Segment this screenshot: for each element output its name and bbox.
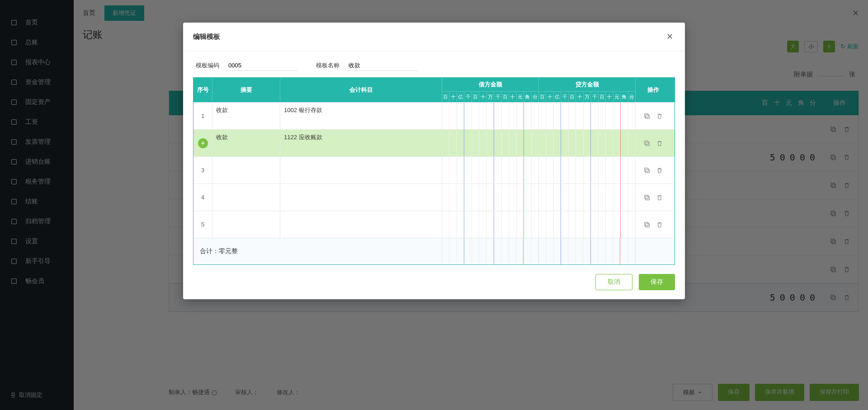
amount-cell[interactable] [599, 130, 606, 156]
amount-cell[interactable] [517, 130, 524, 156]
amount-cell[interactable] [620, 238, 627, 264]
amount-cell[interactable] [531, 238, 538, 264]
amount-cell[interactable] [606, 238, 613, 264]
delete-icon[interactable] [656, 140, 663, 147]
amount-cell[interactable] [561, 238, 568, 264]
amount-cell[interactable] [517, 103, 524, 129]
amount-cell[interactable] [457, 211, 464, 238]
amount-cell[interactable] [561, 103, 568, 129]
amount-cell[interactable] [509, 211, 516, 238]
amount-cell[interactable] [569, 157, 576, 184]
amount-cell[interactable] [524, 157, 531, 184]
amount-cell[interactable] [449, 184, 457, 211]
amount-cell[interactable] [502, 130, 509, 156]
amount-cell[interactable] [591, 157, 598, 184]
amount-cell[interactable] [509, 103, 516, 129]
amount-cell[interactable] [464, 157, 472, 184]
amount-cell[interactable] [457, 238, 464, 264]
amount-cell[interactable] [546, 130, 553, 156]
amount-cell[interactable] [449, 157, 457, 184]
amount-cell[interactable] [449, 130, 457, 156]
amount-cell[interactable] [583, 238, 590, 264]
amount-cell[interactable] [472, 184, 479, 211]
amount-cell[interactable] [457, 157, 464, 184]
amount-cell[interactable] [613, 238, 620, 264]
amount-cell[interactable] [442, 157, 449, 184]
amount-cell[interactable] [561, 211, 568, 238]
amount-cell[interactable] [584, 157, 591, 184]
amount-cell[interactable] [457, 130, 464, 156]
amount-cell[interactable] [479, 184, 486, 211]
amount-cell[interactable] [621, 130, 628, 156]
amount-cell[interactable] [584, 211, 591, 238]
amount-cell[interactable] [628, 103, 635, 129]
modal-close-icon[interactable]: ✕ [665, 30, 675, 43]
amount-cell[interactable] [494, 211, 501, 238]
amount-cell[interactable] [479, 130, 486, 156]
amount-cell[interactable] [584, 184, 591, 211]
copy-icon[interactable] [643, 167, 651, 174]
amount-cell[interactable] [464, 211, 472, 238]
amount-cell[interactable] [613, 184, 621, 211]
amount-cell[interactable] [569, 130, 576, 156]
amount-cell[interactable] [509, 130, 516, 156]
amount-cell[interactable] [613, 157, 621, 184]
amount-cell[interactable] [606, 103, 613, 129]
amount-cell[interactable] [584, 130, 591, 156]
amount-cell[interactable] [539, 157, 546, 184]
amount-cell[interactable] [532, 211, 538, 238]
amount-cell[interactable] [554, 211, 561, 238]
amount-cell[interactable] [502, 103, 509, 129]
amount-cell[interactable] [598, 238, 605, 264]
amount-cell[interactable] [509, 184, 516, 211]
row-subject[interactable] [280, 157, 442, 184]
amount-cell[interactable] [479, 103, 486, 129]
amount-cell[interactable] [539, 130, 546, 156]
amount-cell[interactable] [546, 211, 553, 238]
amount-cell[interactable] [621, 157, 628, 184]
amount-cell[interactable] [621, 211, 628, 238]
amount-cell[interactable] [591, 103, 598, 129]
amount-cell[interactable] [561, 130, 568, 156]
amount-cell[interactable] [442, 184, 449, 211]
row-summary[interactable]: 收款 [212, 130, 280, 156]
amount-cell[interactable] [464, 184, 472, 211]
amount-cell[interactable] [494, 184, 501, 211]
row-summary[interactable] [212, 184, 280, 211]
amount-cell[interactable] [621, 184, 628, 211]
amount-cell[interactable] [517, 157, 524, 184]
copy-icon[interactable] [643, 113, 651, 120]
name-input[interactable] [346, 60, 418, 71]
amount-cell[interactable] [517, 211, 524, 238]
copy-icon[interactable] [643, 140, 651, 147]
amount-cell[interactable] [546, 184, 553, 211]
amount-cell[interactable] [599, 103, 606, 129]
amount-cell[interactable] [554, 184, 561, 211]
amount-cell[interactable] [487, 130, 494, 156]
amount-cell[interactable] [539, 184, 546, 211]
amount-cell[interactable] [576, 157, 583, 184]
amount-cell[interactable] [569, 103, 576, 129]
amount-cell[interactable] [591, 130, 598, 156]
amount-cell[interactable] [599, 211, 606, 238]
amount-cell[interactable] [524, 184, 531, 211]
amount-cell[interactable] [449, 238, 457, 264]
amount-cell[interactable] [516, 238, 524, 264]
amount-cell[interactable] [494, 238, 501, 264]
amount-cell[interactable] [442, 103, 449, 129]
amount-cell[interactable] [569, 211, 576, 238]
amount-cell[interactable] [628, 184, 635, 211]
amount-cell[interactable] [532, 157, 538, 184]
amount-cell[interactable] [613, 211, 621, 238]
amount-cell[interactable] [472, 157, 479, 184]
amount-cell[interactable] [613, 103, 621, 129]
amount-cell[interactable] [472, 103, 479, 129]
amount-cell[interactable] [554, 238, 561, 264]
amount-cell[interactable] [591, 211, 598, 238]
amount-cell[interactable] [569, 238, 576, 264]
amount-cell[interactable] [532, 184, 538, 211]
amount-cell[interactable] [613, 130, 621, 156]
amount-cell[interactable] [591, 238, 598, 264]
amount-cell[interactable] [524, 130, 531, 156]
amount-cell[interactable] [532, 103, 538, 129]
